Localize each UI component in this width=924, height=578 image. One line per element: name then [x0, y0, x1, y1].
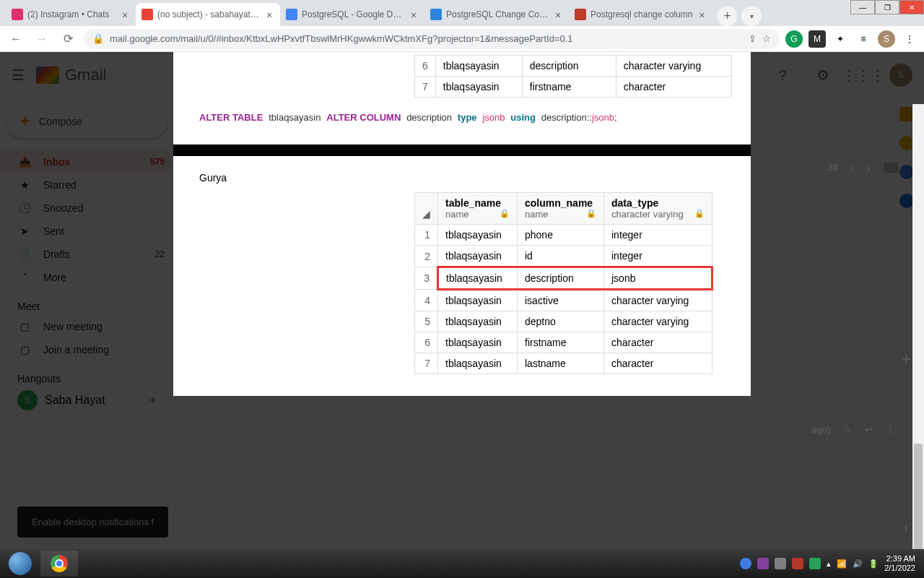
block-label: Gurya: [173, 159, 751, 192]
lock-icon: 🔒: [500, 209, 510, 218]
table-row: 3tblaqsayasindescriptionjsonb: [415, 267, 712, 290]
forward-button[interactable]: →: [32, 29, 52, 49]
table-row: 7tblaqsayasinlastnamecharacter: [415, 353, 712, 374]
browser-tab[interactable]: PostgreSQL - Google Docs ×: [280, 3, 424, 26]
prev-page-icon[interactable]: ‹: [851, 162, 855, 173]
tab-favicon-icon: [12, 9, 23, 20]
battery-icon[interactable]: 🔋: [868, 559, 879, 569]
tray-icon[interactable]: [757, 558, 769, 569]
page-counter: 26: [828, 163, 837, 173]
tray-chevron-icon[interactable]: ▴: [827, 559, 831, 569]
tab-title: Postgresql change column: [590, 9, 692, 20]
back-button[interactable]: ←: [6, 29, 26, 49]
tab-close-icon[interactable]: ×: [264, 9, 274, 20]
table-row: 2tblaqsayasinidinteger: [415, 246, 712, 267]
page-scrollbar[interactable]: [912, 104, 924, 549]
reply-icon[interactable]: ↩: [865, 424, 873, 435]
table-row: 7tblaqsayasinfirstnamecharacter: [415, 77, 732, 98]
browser-profile-button[interactable]: ▾: [741, 6, 762, 26]
bookmark-star-icon[interactable]: ☆: [762, 33, 771, 44]
add-panel-icon[interactable]: +: [902, 350, 911, 368]
network-icon[interactable]: 📶: [837, 559, 847, 569]
maximize-button[interactable]: ❐: [875, 0, 899, 14]
new-tab-button[interactable]: +: [717, 6, 737, 26]
top-db-table: 6tblaqsayasindescriptioncharacter varyin…: [414, 55, 732, 98]
tray-icon[interactable]: [775, 558, 786, 569]
tray-icon[interactable]: [792, 558, 803, 569]
taskbar-clock[interactable]: 2:39 AM 2/1/2022: [884, 554, 915, 573]
url-text: mail.google.com/mail/u/0/#inbox/KtbxLwHP…: [110, 33, 743, 44]
table-row: 1tblaqsayasinphoneinteger: [415, 225, 712, 246]
tray-icon[interactable]: [740, 558, 751, 569]
table-row: 5tblaqsayasindeptnocharacter varying: [415, 311, 712, 332]
next-page-icon[interactable]: ›: [867, 162, 871, 173]
tab-favicon-icon: [286, 9, 297, 20]
minimize-button[interactable]: —: [850, 0, 875, 14]
browser-tab[interactable]: PostgreSQL Change Colum ×: [424, 3, 569, 26]
table-row: 6tblaqsayasindescriptioncharacter varyin…: [415, 56, 732, 77]
tab-title: PostgreSQL Change Colum: [446, 9, 549, 20]
browser-tab-bar: (2) Instagram • Chats × (no subject) - s…: [0, 0, 924, 26]
tab-close-icon[interactable]: ×: [409, 9, 419, 20]
tab-close-icon[interactable]: ×: [697, 9, 707, 20]
extensions-puzzle-icon[interactable]: ✦: [832, 30, 849, 48]
lock-icon: 🔒: [586, 209, 596, 218]
tab-close-icon[interactable]: ×: [553, 9, 563, 20]
lock-icon: 🔒: [694, 209, 705, 218]
ext-icon[interactable]: M: [808, 30, 826, 48]
volume-icon[interactable]: 🔊: [853, 559, 863, 569]
browser-menu-icon[interactable]: ⋮: [901, 30, 918, 48]
image-lightbox: 6tblaqsayasindescriptioncharacter varyin…: [173, 52, 751, 396]
tab-title: (2) Instagram • Chats: [27, 9, 116, 20]
chrome-taskbar-item[interactable]: [40, 551, 78, 577]
windows-taskbar: ▴ 📶 🔊 🔋 2:39 AM 2/1/2022: [0, 549, 924, 578]
address-bar: ← → ⟳ 🔒 mail.google.com/mail/u/0/#inbox/…: [0, 26, 924, 52]
reading-list-icon[interactable]: ≡: [855, 30, 872, 48]
email-meta: ago) ☆ ↩ ⋮: [811, 424, 895, 435]
browser-tab[interactable]: Postgresql change column ×: [569, 3, 712, 26]
tab-title: PostgreSQL - Google Docs: [302, 9, 404, 20]
table-header-row: ◢ table_namename🔒 column_namename🔒 data_…: [415, 193, 712, 225]
start-button[interactable]: [3, 551, 38, 577]
browser-tab[interactable]: (no subject) - sabahayatkha ×: [136, 3, 280, 26]
system-tray: ▴ 📶 🔊 🔋 2:39 AM 2/1/2022: [740, 554, 921, 573]
lock-icon: 🔒: [92, 33, 104, 44]
browser-tab[interactable]: (2) Instagram • Chats ×: [6, 3, 136, 26]
panel-collapse-icon[interactable]: ›: [905, 522, 908, 535]
sql-statement: ALTER TABLE tblaqsayasin ALTER COLUMN de…: [173, 98, 751, 123]
star-icon[interactable]: ☆: [843, 424, 852, 435]
scrollbar-thumb[interactable]: [914, 444, 923, 559]
url-input[interactable]: 🔒 mail.google.com/mail/u/0/#inbox/KtbxLw…: [84, 29, 780, 49]
pagination-controls: 26 ‹ ›: [828, 162, 898, 173]
profile-avatar[interactable]: S: [878, 30, 895, 48]
tray-icon[interactable]: [809, 558, 821, 569]
tab-close-icon[interactable]: ×: [120, 9, 130, 20]
table-row: 4tblaqsayasinisactivecharacter varying: [415, 290, 712, 311]
share-icon[interactable]: ⇪: [749, 33, 757, 44]
reload-button[interactable]: ⟳: [58, 29, 78, 49]
table-row: 6tblaqsayasinfirstnamecharacter: [415, 332, 712, 353]
bottom-db-table: ◢ table_namename🔒 column_namename🔒 data_…: [414, 192, 713, 374]
tab-favicon-icon: [430, 9, 442, 20]
close-button[interactable]: ✕: [899, 0, 924, 14]
tab-favicon-icon: [575, 9, 586, 20]
more-icon[interactable]: ⋮: [886, 424, 895, 435]
tab-title: (no subject) - sabahayatkha: [157, 9, 260, 20]
tab-favicon-icon: [141, 9, 153, 20]
input-tool-icon[interactable]: [884, 163, 898, 173]
grammarly-ext-icon[interactable]: G: [785, 30, 803, 48]
